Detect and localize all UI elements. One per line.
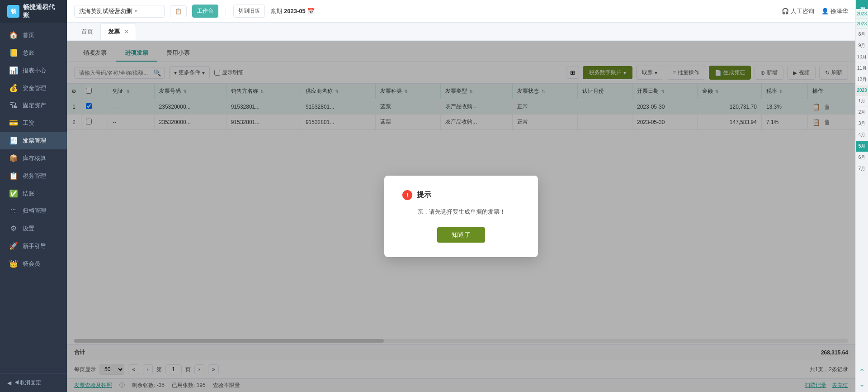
page-content: 销项发票 进项发票 费用小票 🔍 ▾ 更多条件 ▾ 显示明细 xyxy=(67,41,855,392)
sidebar-item-funds[interactable]: 💰 资金管理 xyxy=(0,79,67,97)
company-chevron-icon: ▾ xyxy=(135,9,137,14)
modal-confirm-button[interactable]: 知道了 xyxy=(437,227,485,243)
topbar-separator xyxy=(226,7,226,16)
assets-icon: 🏗 xyxy=(9,101,18,110)
period-year-2023: 2023 xyxy=(856,86,868,96)
sidebar-item-settings[interactable]: ⚙ 设置 xyxy=(0,220,67,237)
copy-company-button[interactable]: 📋 xyxy=(170,5,187,17)
user-icon: 👤 xyxy=(821,8,829,14)
sidebar-item-salary[interactable]: 💳 工资 xyxy=(0,114,67,132)
switch-version-button[interactable]: 切到旧版 xyxy=(233,5,265,18)
sidebar-item-label: 资金管理 xyxy=(23,84,46,92)
tax-icon: 📋 xyxy=(9,172,18,180)
sidebar-item-member[interactable]: 👑 畅会员 xyxy=(0,255,67,272)
main-area: 沈海英测试经营勿删 ▾ 📋 工作台 切到旧版 账期 2023-05 📅 🎧 人工… xyxy=(67,0,855,392)
invoice-icon: 🧾 xyxy=(9,136,18,145)
user-profile[interactable]: 👤 徐泽华 xyxy=(821,7,848,15)
tab-close-icon[interactable]: ✕ xyxy=(124,29,128,34)
company-selector[interactable]: 沈海英测试经营勿删 ▾ xyxy=(74,5,165,18)
modal-message: 亲，请先选择要生成单据的发票！ xyxy=(417,207,505,217)
sidebar-item-inventory[interactable]: 📦 库存核算 xyxy=(0,149,67,167)
sidebar-item-label: 设置 xyxy=(23,225,34,233)
sidebar-item-label: 发票管理 xyxy=(23,137,46,145)
period-month-1[interactable]: 1月 xyxy=(856,96,868,107)
topbar-right: 🎧 人工咨询 👤 徐泽华 xyxy=(782,7,848,15)
sidebar-item-label: 新手引导 xyxy=(23,242,46,250)
sidebar-logo: 畅 畅捷通易代账 xyxy=(0,0,67,23)
settings-icon: ⚙ xyxy=(9,224,18,233)
sidebar-item-label: 固定资产 xyxy=(23,101,46,110)
sidebar-item-settlement[interactable]: ✅ 结账 xyxy=(0,185,67,202)
scroll-down-icon[interactable]: ⌄ xyxy=(859,380,865,388)
period-month-2[interactable]: 2月 xyxy=(856,107,868,118)
period-month-11[interactable]: 11月 xyxy=(856,63,868,74)
topbar: 沈海英测试经营勿删 ▾ 📋 工作台 切到旧版 账期 2023-05 📅 🎧 人工… xyxy=(67,0,855,23)
sidebar-item-label: 库存核算 xyxy=(23,154,46,163)
support-button[interactable]: 🎧 人工咨询 xyxy=(782,7,814,15)
period-panel-actions: ⌃ ⌄ xyxy=(856,175,868,392)
period-month-5-active[interactable]: 5月 xyxy=(856,141,868,152)
modal-title: 提示 xyxy=(417,190,431,200)
tab-home[interactable]: 首页 xyxy=(74,24,100,39)
salary-icon: 💳 xyxy=(9,119,18,127)
period-year-2023-top: 2023.05 xyxy=(856,9,868,19)
reports-icon: 📊 xyxy=(9,66,18,75)
period-month-8[interactable]: 8月 xyxy=(856,29,868,40)
modal-box: ! 提示 亲，请先选择要生成单据的发票！ 知道了 xyxy=(384,176,538,258)
funds-icon: 💰 xyxy=(9,84,18,92)
period-month-7[interactable]: 7月 xyxy=(856,163,868,175)
guide-icon: 🚀 xyxy=(9,242,18,250)
sidebar-item-tax[interactable]: 📋 税务管理 xyxy=(0,167,67,185)
modal-overlay: ! 提示 亲，请先选择要生成单据的发票！ 知道了 xyxy=(67,41,855,392)
sidebar-item-label: 总账 xyxy=(23,49,34,57)
inventory-icon: 📦 xyxy=(9,154,18,163)
modal-title-row: ! 提示 xyxy=(402,190,431,200)
sidebar-nav: 🏠 首页 📒 总账 📊 报表中心 💰 资金管理 🏗 固定资产 💳 工资 🧾 发票… xyxy=(0,23,67,373)
sidebar-item-label: 工资 xyxy=(23,119,34,127)
home-icon: 🏠 xyxy=(9,31,18,39)
period-panel: 期间选择 2023.05 2023.05 8月 9月 10月 11月 12月 2… xyxy=(855,0,868,392)
logo-text: 畅捷通易代账 xyxy=(23,3,60,19)
period-month-10[interactable]: 10月 xyxy=(856,52,868,63)
period-title[interactable]: 期间选择 xyxy=(856,0,868,9)
archive-icon: 🗂 xyxy=(9,207,18,215)
logo-icon: 畅 xyxy=(7,5,19,18)
sidebar-item-label: 归档管理 xyxy=(23,207,46,215)
sidebar-item-guide[interactable]: 🚀 新手引导 xyxy=(0,237,67,255)
sidebar-bottom-action[interactable]: ◀ ◀取消固定 xyxy=(0,373,67,392)
period-month-9[interactable]: 9月 xyxy=(856,40,868,52)
sidebar: 畅 畅捷通易代账 🏠 首页 📒 总账 📊 报表中心 💰 资金管理 🏗 固定资产 … xyxy=(0,0,67,392)
tab-invoice[interactable]: 发票 ✕ xyxy=(100,24,136,40)
scroll-up-icon[interactable]: ⌃ xyxy=(859,368,865,376)
period-year-2023-2: 2023.05 xyxy=(856,19,868,29)
workbench-button[interactable]: 工作台 xyxy=(192,5,218,18)
sidebar-item-label: 首页 xyxy=(23,31,34,39)
member-icon: 👑 xyxy=(9,259,18,268)
sidebar-item-invoice[interactable]: 🧾 发票管理 xyxy=(0,132,67,149)
period-month-4[interactable]: 4月 xyxy=(856,129,868,141)
content-tabs: 首页 发票 ✕ xyxy=(67,23,855,41)
company-name: 沈海英测试经营勿删 xyxy=(79,7,132,15)
warning-icon: ! xyxy=(402,190,412,200)
copy-icon: 📋 xyxy=(175,8,182,14)
sidebar-item-ledger[interactable]: 📒 总账 xyxy=(0,44,67,62)
sidebar-item-label: 税务管理 xyxy=(23,172,46,180)
period-month-3[interactable]: 3月 xyxy=(856,118,868,129)
calendar-icon[interactable]: 📅 xyxy=(307,8,315,14)
period-month-12[interactable]: 12月 xyxy=(856,74,868,86)
period-month-6[interactable]: 6月 xyxy=(856,152,868,163)
settlement-icon: ✅ xyxy=(9,189,18,198)
pin-icon: ◀ xyxy=(7,380,11,386)
sidebar-item-reports[interactable]: 📊 报表中心 xyxy=(0,62,67,79)
sidebar-item-archive[interactable]: 🗂 归档管理 xyxy=(0,202,67,220)
sidebar-item-label: 报表中心 xyxy=(23,67,46,75)
sidebar-item-home[interactable]: 🏠 首页 xyxy=(0,26,67,44)
period-label: 账期 2023-05 📅 xyxy=(270,7,315,15)
sidebar-item-label: 结账 xyxy=(23,190,34,198)
ledger-icon: 📒 xyxy=(9,48,18,57)
sidebar-item-label: 畅会员 xyxy=(23,260,40,268)
headset-icon: 🎧 xyxy=(782,8,789,14)
sidebar-item-assets[interactable]: 🏗 固定资产 xyxy=(0,97,67,114)
